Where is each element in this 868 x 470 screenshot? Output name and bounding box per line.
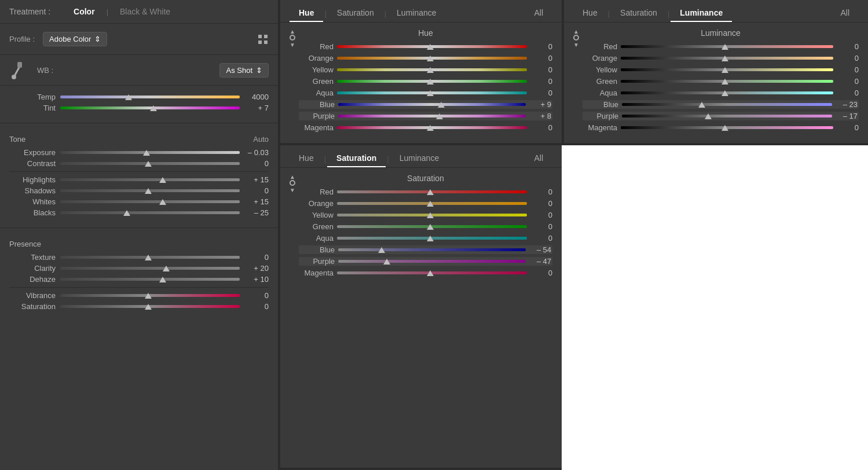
lum-yellow-track-wrap[interactable] xyxy=(621,66,833,74)
blacks-track-wrap[interactable] xyxy=(60,209,240,217)
highlights-thumb[interactable] xyxy=(159,177,166,183)
hue-green-thumb[interactable] xyxy=(427,79,434,85)
hue-yellow-track-wrap[interactable] xyxy=(337,66,527,74)
wb-select[interactable]: As Shot ⇕ xyxy=(219,63,269,78)
vibrance-track-wrap[interactable] xyxy=(60,292,240,300)
hue-yellow-thumb[interactable] xyxy=(427,67,434,73)
dehaze-track-wrap[interactable] xyxy=(60,276,240,284)
hue-red-track-wrap[interactable] xyxy=(337,43,527,51)
lum-aqua-thumb[interactable] xyxy=(721,90,728,96)
hue-magenta-thumb[interactable] xyxy=(427,125,434,131)
tab-saturation-lum-panel[interactable]: Saturation xyxy=(611,5,666,22)
sat-red-track-wrap[interactable] xyxy=(337,188,527,196)
lum-blue-track-wrap[interactable] xyxy=(622,101,832,109)
whites-track-wrap[interactable] xyxy=(60,198,240,206)
grid-icon[interactable] xyxy=(257,34,269,45)
shadows-track-wrap[interactable] xyxy=(60,187,240,195)
hue-magenta-track-wrap[interactable] xyxy=(337,124,527,132)
sat-green-track-wrap[interactable] xyxy=(337,223,527,231)
lum-yellow-thumb[interactable] xyxy=(721,67,728,73)
hue-target-icon[interactable]: ▲ ▼ xyxy=(290,28,295,48)
hue-blue-thumb[interactable] xyxy=(438,102,445,108)
texture-track-wrap[interactable] xyxy=(60,254,240,262)
lum-purple-track-wrap[interactable] xyxy=(622,112,832,120)
blacks-thumb[interactable] xyxy=(123,210,130,216)
tab-all-lum-panel[interactable]: All xyxy=(831,5,859,22)
tint-thumb[interactable] xyxy=(150,105,157,111)
tab-saturation-hue-panel[interactable]: Saturation xyxy=(328,5,383,22)
hue-green-track-wrap[interactable] xyxy=(337,78,527,86)
exposure-track-wrap[interactable] xyxy=(60,149,240,157)
sat-aqua-track-wrap[interactable] xyxy=(337,234,527,243)
lum-orange-thumb[interactable] xyxy=(721,56,728,61)
lum-blue-row: Blue – 23 xyxy=(583,100,859,109)
lum-magenta-track-wrap[interactable] xyxy=(621,124,833,132)
highlights-track-wrap[interactable] xyxy=(60,176,240,184)
lum-green-thumb[interactable] xyxy=(721,79,728,85)
hue-aqua-thumb[interactable] xyxy=(427,90,434,96)
sat-orange-track-wrap[interactable] xyxy=(337,200,527,208)
saturation-thumb[interactable] xyxy=(145,304,152,310)
whites-thumb[interactable] xyxy=(159,199,166,205)
sat-purple-label: Purple xyxy=(300,257,335,266)
temp-track-wrap[interactable] xyxy=(60,93,240,101)
exposure-thumb[interactable] xyxy=(143,150,150,156)
contrast-value: 0 xyxy=(244,159,269,168)
lum-magenta-thumb[interactable] xyxy=(721,125,728,131)
sat-magenta-thumb[interactable] xyxy=(427,270,434,276)
dehaze-thumb[interactable] xyxy=(159,277,166,282)
eyedropper-icon[interactable] xyxy=(9,60,25,80)
hue-blue-track-wrap[interactable] xyxy=(338,101,526,109)
sat-green-thumb[interactable] xyxy=(427,224,434,230)
lum-blue-thumb[interactable] xyxy=(698,102,705,108)
clarity-track-wrap[interactable] xyxy=(60,265,240,273)
sat-yellow-value: 0 xyxy=(530,211,552,219)
sat-magenta-track-wrap[interactable] xyxy=(337,269,527,277)
auto-button[interactable]: Auto xyxy=(253,135,269,144)
lum-orange-track-wrap[interactable] xyxy=(621,54,833,63)
texture-thumb[interactable] xyxy=(145,255,152,260)
sat-yellow-thumb[interactable] xyxy=(427,212,434,218)
hue-purple-track-wrap[interactable] xyxy=(338,112,526,120)
hue-aqua-track-wrap[interactable] xyxy=(337,89,527,97)
tab-saturation-sat-panel[interactable]: Saturation xyxy=(327,150,386,167)
clarity-thumb[interactable] xyxy=(163,266,170,271)
tab-hue-lum-panel[interactable]: Hue xyxy=(573,5,607,22)
hue-orange-thumb[interactable] xyxy=(427,56,434,61)
sat-purple-thumb[interactable] xyxy=(383,259,390,265)
contrast-track-wrap[interactable] xyxy=(60,160,240,168)
lum-aqua-track-wrap[interactable] xyxy=(621,89,833,97)
sat-aqua-thumb[interactable] xyxy=(427,236,434,241)
tint-track-wrap[interactable] xyxy=(60,104,240,112)
sat-orange-thumb[interactable] xyxy=(427,201,434,207)
lum-green-track-wrap[interactable] xyxy=(621,78,833,86)
lum-red-track-wrap[interactable] xyxy=(621,43,833,51)
sat-target-icon[interactable]: ▲ ▼ xyxy=(290,174,295,193)
vibrance-thumb[interactable] xyxy=(145,293,152,299)
saturation-track-wrap[interactable] xyxy=(60,303,240,311)
tab-luminance-sat-panel[interactable]: Luminance xyxy=(390,150,449,167)
sat-yellow-track-wrap[interactable] xyxy=(337,211,527,219)
bw-button[interactable]: Black & White xyxy=(120,7,170,16)
hue-orange-track-wrap[interactable] xyxy=(337,54,527,63)
hue-purple-thumb[interactable] xyxy=(436,113,443,119)
tab-hue-sat-panel[interactable]: Hue xyxy=(290,150,323,167)
color-button[interactable]: Color xyxy=(74,7,95,16)
profile-select[interactable]: Adobe Color ⇕ xyxy=(43,32,107,46)
shadows-thumb[interactable] xyxy=(145,188,152,194)
tab-hue[interactable]: Hue xyxy=(290,5,323,22)
lum-red-thumb[interactable] xyxy=(721,44,728,50)
tab-all-sat-panel[interactable]: All xyxy=(525,150,552,167)
hue-red-thumb[interactable] xyxy=(427,44,434,50)
sat-red-thumb[interactable] xyxy=(427,189,434,195)
temp-thumb[interactable] xyxy=(125,94,132,100)
contrast-thumb[interactable] xyxy=(145,161,152,167)
sat-blue-track-wrap[interactable] xyxy=(338,246,526,254)
tab-all-hue-panel[interactable]: All xyxy=(525,5,552,22)
tab-luminance-lum-panel[interactable]: Luminance xyxy=(671,5,732,22)
tab-luminance-hue-panel[interactable]: Luminance xyxy=(387,5,446,22)
sat-purple-track-wrap[interactable] xyxy=(338,258,526,266)
lum-target-icon[interactable]: ▲ ▼ xyxy=(573,28,579,48)
lum-purple-thumb[interactable] xyxy=(705,113,712,119)
sat-blue-thumb[interactable] xyxy=(378,247,385,253)
